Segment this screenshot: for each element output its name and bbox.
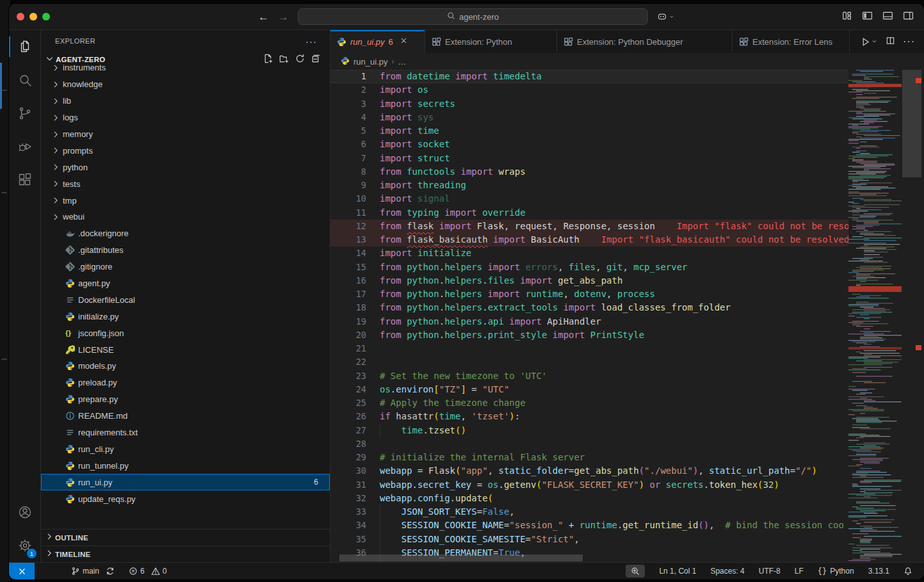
tree-folder-webui[interactable]: webui <box>41 209 330 225</box>
tree-folder-python[interactable]: python <box>41 159 330 175</box>
activity-settings-button[interactable]: 1 <box>9 529 40 562</box>
status-errors[interactable]: 6 <box>126 567 148 576</box>
code-line-33[interactable]: 33 JSON_SORT_KEYS=False, <box>330 505 848 519</box>
tree-folder-logs[interactable]: logs <box>41 109 330 126</box>
navigate-forward-button[interactable]: → <box>278 12 289 22</box>
tab-extension-python-debugger[interactable]: Extension: Python Debugger <box>557 30 733 53</box>
code-line-9[interactable]: 9import threading <box>330 179 848 192</box>
code-line-19[interactable]: 19from python.helpers.api import ApiHand… <box>330 315 848 328</box>
code-line-20[interactable]: 20from python.helpers.print_style import… <box>330 328 848 342</box>
status-python-version[interactable]: 3.13.1 <box>868 567 889 576</box>
code-line-8[interactable]: 8from functools import wraps <box>330 165 848 179</box>
tree-file-agent-py[interactable]: agent.py <box>41 275 330 292</box>
horizontal-scrollbar[interactable] <box>339 554 583 562</box>
tree-folder-memory[interactable]: memory <box>41 126 330 143</box>
status-encoding[interactable]: UTF-8 <box>759 567 781 576</box>
code-line-31[interactable]: 31webapp.secret_key = os.getenv("FLASK_S… <box>330 478 848 492</box>
code-line-35[interactable]: 35 SESSION_COOKIE_SAMESITE="Strict", <box>330 533 848 546</box>
tree-file-prepare-py[interactable]: prepare.py <box>41 391 330 408</box>
tree-file-update-reqs-py[interactable]: update_reqs.py <box>41 490 330 507</box>
status-branch[interactable]: main <box>68 567 102 576</box>
tree-file--dockerignore[interactable]: .dockerignore <box>41 225 330 242</box>
status-warnings[interactable]: 0 <box>148 567 170 576</box>
toggle-primary-sidebar-button[interactable] <box>862 10 873 24</box>
run-dropdown-button[interactable] <box>871 36 878 47</box>
remote-indicator-button[interactable] <box>9 563 35 579</box>
code-line-12[interactable]: 12from flask import Flask, request, Resp… <box>330 220 848 233</box>
tree-file--gitignore[interactable]: .gitignore <box>41 259 330 275</box>
tree-file-models-py[interactable]: models.py <box>41 358 330 375</box>
code-line-25[interactable]: 25# Apply the timezone change <box>330 396 848 410</box>
close-tab-button[interactable] <box>400 36 408 47</box>
tree-file-readme-md[interactable]: README.md <box>41 408 330 424</box>
tree-folder-lib[interactable]: lib <box>41 93 330 109</box>
code-line-4[interactable]: 4import sys <box>330 111 848 124</box>
close-window-button[interactable] <box>17 13 24 20</box>
code-line-34[interactable]: 34 SESSION_COOKIE_NAME="session_" + runt… <box>330 519 848 532</box>
tree-file-preload-py[interactable]: preload.py <box>41 375 330 391</box>
status-sync[interactable] <box>102 567 118 576</box>
tab-extension-python[interactable]: Extension: Python <box>425 30 557 53</box>
tree-folder-tests[interactable]: tests <box>41 175 330 192</box>
tab-extension-error-lens[interactable]: Extension: Error Lens <box>733 30 850 53</box>
code-line-2[interactable]: 2import os <box>330 83 848 97</box>
code-line-10[interactable]: 10import signal <box>330 192 848 206</box>
tree-file-jsconfig-json[interactable]: {}jsconfig.json <box>41 325 330 341</box>
tree-file-dockerfilelocal[interactable]: DockerfileLocal <box>41 291 330 308</box>
activity-run-debug-button[interactable] <box>9 130 40 163</box>
zoom-window-button[interactable] <box>42 13 50 20</box>
minimap[interactable] <box>848 70 902 562</box>
activity-accounts-button[interactable] <box>9 496 40 529</box>
command-center-search[interactable]: agent-zero <box>298 8 648 25</box>
tree-file-run-ui-py[interactable]: run_ui.py6 <box>41 474 330 490</box>
toggle-secondary-sidebar-button[interactable] <box>903 10 914 24</box>
tree-file-initialize-py[interactable]: initialize.py <box>41 308 330 325</box>
code-line-24[interactable]: 24os.environ["TZ"] = "UTC" <box>330 383 848 396</box>
scrollbar-slider[interactable] <box>902 70 921 177</box>
status-language-mode[interactable]: {}Python <box>818 567 854 576</box>
status-eol[interactable]: LF <box>795 567 804 576</box>
tree-file-requirements-txt[interactable]: requirements.txt <box>41 424 330 441</box>
code-line-18[interactable]: 18from python.helpers.extract_tools impo… <box>330 301 848 314</box>
breadcrumb-symbol[interactable]: … <box>398 57 406 67</box>
split-editor-button[interactable] <box>886 36 895 48</box>
tree-file-run-tunnel-py[interactable]: run_tunnel.py <box>41 457 330 474</box>
status-notifications[interactable] <box>904 567 912 576</box>
tab-run-ui-py[interactable]: run_ui.py6 <box>330 30 425 53</box>
breadcrumb[interactable]: run_ui.py › … <box>330 53 924 70</box>
code-line-11[interactable]: 11from typing import override <box>330 206 848 220</box>
code-line-28[interactable]: 28 <box>330 437 848 451</box>
code-line-27[interactable]: 27 time.tzset() <box>330 424 848 437</box>
tree-folder-prompts[interactable]: prompts <box>41 142 330 159</box>
code-line-13[interactable]: 13from flask_basicauth import BasicAuth … <box>330 233 848 247</box>
breadcrumb-file[interactable]: run_ui.py <box>353 57 387 67</box>
tree-file-run-cli-py[interactable]: run_cli.py <box>41 441 330 457</box>
code-line-21[interactable]: 21 <box>330 342 848 355</box>
tree-folder-knowledge[interactable]: knowledge <box>41 76 330 93</box>
code-line-17[interactable]: 17from python.helpers import runtime, do… <box>330 287 848 301</box>
code-line-16[interactable]: 16from python.helpers.files import get_a… <box>330 274 848 287</box>
tree-folder-tmp[interactable]: tmp <box>41 192 330 209</box>
copilot-button[interactable] <box>657 12 675 22</box>
customize-layout-button[interactable] <box>841 10 852 24</box>
code-editor[interactable]: 1from datetime import timedelta2import o… <box>330 70 848 562</box>
more-actions-button[interactable]: ··· <box>903 36 915 47</box>
explorer-more-actions-button[interactable]: ··· <box>305 36 317 47</box>
status-indentation[interactable]: Spaces: 4 <box>710 567 744 576</box>
tree-file-license[interactable]: LICENSE <box>41 341 330 358</box>
activity-extensions-button[interactable] <box>9 163 40 197</box>
minimize-window-button[interactable] <box>29 13 37 20</box>
panel-timeline[interactable]: TIMELINE <box>41 546 330 562</box>
status-screencast-zoom[interactable] <box>626 565 645 578</box>
code-line-23[interactable]: 23# Set the new timezone to 'UTC' <box>330 369 848 383</box>
activity-search-button[interactable] <box>9 63 40 97</box>
tree-folder-instruments[interactable]: instruments <box>41 60 330 76</box>
code-line-15[interactable]: 15from python.helpers import errors, fil… <box>330 261 848 274</box>
code-line-26[interactable]: 26if hasattr(time, 'tzset'): <box>330 410 848 423</box>
run-python-file-button[interactable] <box>861 36 878 47</box>
activity-source-control-button[interactable] <box>9 97 40 130</box>
code-line-14[interactable]: 14import initialize <box>330 247 848 260</box>
code-line-5[interactable]: 5import time <box>330 124 848 138</box>
vertical-scrollbar[interactable] <box>902 70 924 562</box>
activity-explorer-button[interactable] <box>9 30 40 63</box>
